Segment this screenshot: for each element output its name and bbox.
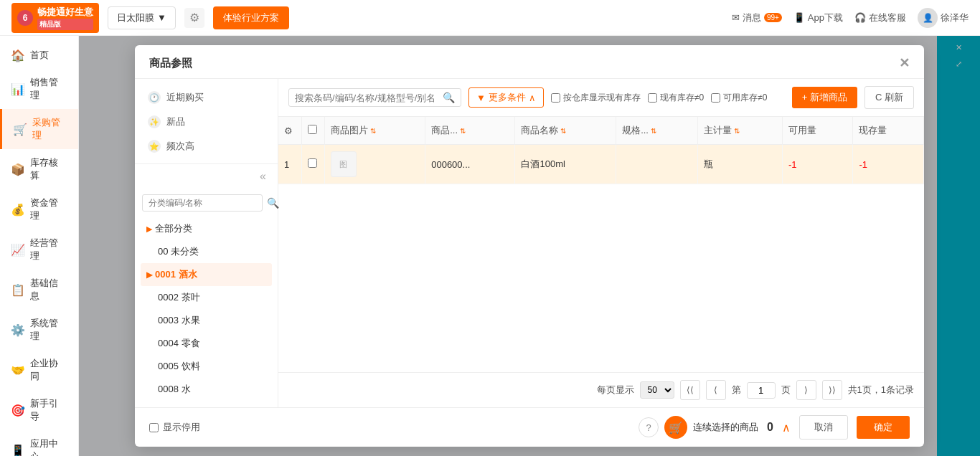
row-image-cell: 图 — [324, 145, 425, 184]
collab-icon: 🤝 — [11, 364, 24, 376]
sidebar-item-guide[interactable]: 🎯 新手引导 — [0, 390, 78, 430]
avatar: 👤 — [918, 8, 938, 28]
stock-checkbox-label[interactable]: 现有库存≠0 — [648, 92, 704, 104]
row-available-cell: -1 — [782, 145, 852, 184]
col-stock: 现存量 — [853, 117, 924, 145]
sidebar-item-home[interactable]: 🏠 首页 — [0, 42, 78, 69]
dialog-footer: 显示停用 ? 🛒 连续选择的商品 0 ∧ 取消 确定 — [135, 407, 924, 447]
product-image: 图 — [331, 151, 357, 177]
available-checkbox-label[interactable]: 可用库存≠0 — [711, 92, 767, 104]
category-0005[interactable]: 0005 饮料 — [141, 355, 272, 378]
dialog-header: 商品参照 ✕ — [135, 45, 924, 79]
cart-collapse-icon[interactable]: ∧ — [782, 421, 791, 434]
cart-icon[interactable]: 🛒 — [664, 416, 687, 439]
sidebar-label-operation: 经营管理 — [30, 237, 67, 262]
sort-code-icon: ⇅ — [460, 127, 466, 135]
cancel-button[interactable]: 取消 — [799, 415, 848, 440]
confirm-button[interactable]: 确定 — [857, 416, 910, 439]
nav-service[interactable]: 🎧 在线客服 — [854, 11, 906, 24]
nav-app-download[interactable]: 📱 App下载 — [793, 11, 843, 24]
nav-user[interactable]: 👤 徐泽华 — [918, 8, 969, 28]
add-product-button[interactable]: + 新增商品 — [792, 87, 857, 108]
sidebar: 🏠 首页 📊 销售管理 🛒 采购管理 📦 库存核算 💰 资金管理 📈 经营管理 … — [0, 36, 79, 456]
tab-high-frequency[interactable]: ⭐ 频次高 — [141, 135, 272, 158]
dialog-overlay: 商品参照 ✕ 🕐 近期购买 ✨ 新 — [79, 36, 980, 456]
tab-recent-purchase[interactable]: 🕐 近期购买 — [141, 86, 272, 109]
page-label: 第 — [732, 384, 741, 396]
sidebar-item-inventory[interactable]: 📦 库存核算 — [0, 149, 78, 189]
first-page-button[interactable]: ⟨⟨ — [680, 380, 700, 400]
sidebar-item-finance[interactable]: 💰 资金管理 — [0, 189, 78, 229]
last-page-button[interactable]: ⟩⟩ — [822, 380, 842, 400]
headset-icon: 🎧 — [854, 12, 866, 23]
sidebar-item-operation[interactable]: 📈 经营管理 — [0, 229, 78, 270]
operation-icon: 📈 — [11, 243, 24, 256]
sidebar-item-basic[interactable]: 📋 基础信息 — [0, 270, 78, 310]
app-icon: 📱 — [793, 12, 805, 23]
stock-checkbox[interactable] — [648, 93, 657, 103]
sidebar-item-collab[interactable]: 🤝 企业协同 — [0, 350, 78, 390]
row-index: 1 — [278, 145, 301, 184]
sidebar-item-purchase[interactable]: 🛒 采购管理 — [0, 109, 78, 149]
category-0004[interactable]: 0004 零食 — [141, 332, 272, 355]
category-0001[interactable]: ▶ 0001 酒水 — [141, 263, 272, 286]
col-product-code: 商品...⇅ — [425, 117, 515, 145]
col-product-name: 商品名称⇅ — [515, 117, 616, 145]
row-stock-cell: -1 — [853, 145, 924, 184]
collapse-left-button[interactable]: « — [260, 170, 266, 183]
category-0003-label: 0003 水果 — [146, 314, 200, 327]
category-0008[interactable]: 0008 水 — [141, 378, 272, 400]
sidebar-item-apps[interactable]: 📱 应用中心 — [0, 430, 78, 456]
row-name-cell: 白酒100ml — [515, 145, 616, 184]
col-settings[interactable]: ⚙ — [278, 117, 301, 145]
tab-new-products[interactable]: ✨ 新品 — [141, 110, 272, 133]
sidebar-label-collab: 企业协同 — [30, 357, 67, 383]
row-checkbox[interactable] — [308, 158, 317, 168]
next-page-button[interactable]: ⟩ — [796, 380, 816, 400]
category-0003[interactable]: 0003 水果 — [141, 309, 272, 332]
filter-button[interactable]: ▼ 更多条件 ∧ — [468, 87, 544, 108]
show-disabled-label[interactable]: 显示停用 — [149, 421, 200, 434]
sidebar-label-sales: 销售管理 — [30, 76, 67, 102]
prev-page-button[interactable]: ⟨ — [706, 380, 726, 400]
inventory-icon: 📦 — [11, 163, 24, 176]
nav-app-label: App下载 — [808, 11, 843, 24]
available-checkbox[interactable] — [711, 93, 720, 103]
page-size-label: 每页显示 — [597, 384, 634, 396]
select-all-checkbox[interactable] — [308, 125, 317, 134]
category-00[interactable]: 00 未分类 — [141, 240, 272, 263]
collapse-filter-icon: ∧ — [529, 92, 536, 103]
show-disabled-checkbox[interactable] — [149, 423, 159, 432]
category-search-input[interactable] — [142, 194, 263, 212]
tab-new-label: 新品 — [166, 115, 185, 128]
show-disabled-text: 显示停用 — [163, 421, 200, 434]
category-0002[interactable]: 0002 茶叶 — [141, 286, 272, 309]
page-size-select[interactable]: 50 — [640, 381, 674, 399]
row-checkbox-cell[interactable] — [301, 145, 324, 184]
sidebar-item-sales[interactable]: 📊 销售管理 — [0, 69, 78, 109]
warehouse-checkbox-label[interactable]: 按仓库显示现有库存 — [551, 92, 641, 104]
cart-label: 连续选择的商品 — [693, 421, 758, 434]
filter-label: 更多条件 — [489, 91, 526, 104]
help-button[interactable]: ? — [639, 417, 659, 437]
nav-dropdown[interactable]: 日太阳膜 ▼ — [108, 6, 176, 29]
refresh-button[interactable]: C 刷新 — [864, 86, 914, 109]
total-info: 共1页，1条记录 — [848, 384, 914, 396]
dialog-close-button[interactable]: ✕ — [899, 55, 910, 71]
nav-message[interactable]: ✉ 消息 99+ — [732, 11, 782, 24]
purchase-icon: 🛒 — [14, 123, 27, 136]
product-search-input[interactable] — [295, 92, 438, 103]
category-all[interactable]: ▶ 全部分类 — [141, 217, 272, 240]
page-number-input[interactable] — [747, 382, 776, 399]
category-search-icon[interactable]: 🔍 — [267, 197, 279, 209]
system-icon: ⚙️ — [11, 323, 24, 336]
search-icon[interactable]: 🔍 — [443, 92, 455, 103]
experience-button[interactable]: 体验行业方案 — [213, 6, 289, 29]
category-all-label: 全部分类 — [155, 222, 192, 235]
sidebar-item-system[interactable]: ⚙️ 系统管理 — [0, 310, 78, 350]
footer-cart: ? 🛒 连续选择的商品 0 ∧ — [639, 416, 791, 439]
warehouse-checkbox[interactable] — [551, 93, 560, 103]
gear-icon[interactable]: ⚙ — [184, 8, 204, 28]
username-label: 徐泽华 — [941, 11, 969, 24]
table-row[interactable]: 1 图 000600... 白酒100ml 瓶 — [278, 145, 924, 184]
